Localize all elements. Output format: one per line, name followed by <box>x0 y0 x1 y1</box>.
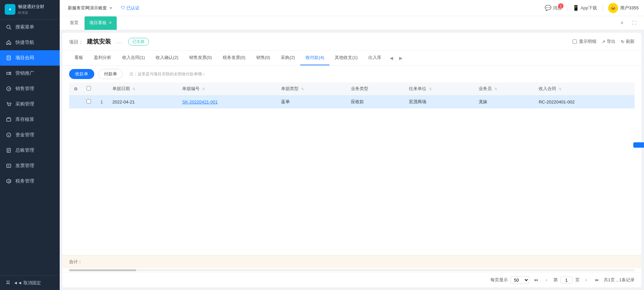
per-page-select[interactable]: 50 100 200 <box>511 276 529 284</box>
shield-icon: 🛡 <box>121 5 125 10</box>
app-download-button[interactable]: 📱 App下载 <box>573 5 597 11</box>
message-icon: 💬 <box>545 5 551 11</box>
sub-tab-next-arrow[interactable]: ▶ <box>396 53 406 63</box>
prev-page-button[interactable]: ‹ <box>543 276 551 284</box>
maximize-button[interactable]: ⛶ <box>629 18 639 28</box>
sub-tab-income-contract[interactable]: 收入合同(1) <box>117 51 150 65</box>
sidebar: 畅捷通好业财 标准版 搜索菜单 快捷导航 <box>0 0 60 290</box>
tab-close-icon[interactable]: ✕ <box>109 20 112 25</box>
sidebar-item-label: 营销推广 <box>15 70 34 76</box>
topbar-left: 新服务官网演示账套 ▼ 🛡 已认证 <box>65 4 545 12</box>
page-number-input[interactable] <box>560 277 573 284</box>
sidebar-item-label: 发票管理 <box>15 163 34 169</box>
sidebar-item-marketing[interactable]: 营销推广 <box>0 66 60 81</box>
sort-icon: ⇅ <box>132 87 135 91</box>
refresh-icon: ↻ <box>621 39 625 44</box>
account-selector[interactable]: 新服务官网演示账套 ▼ <box>65 4 115 12</box>
sidebar-item-quicknav[interactable]: 快捷导航 <box>0 35 60 50</box>
th-salesman[interactable]: 业务员 ⇅ <box>475 82 535 95</box>
tab-project-board[interactable]: 项目看板 ✕ <box>85 16 117 30</box>
app-logo <box>5 4 15 15</box>
sidebar-item-label: 税务管理 <box>15 178 34 184</box>
total-info: 共1页，1条记录 <box>604 277 635 283</box>
close-window-button[interactable]: ✕ <box>617 18 627 28</box>
show-detail-input[interactable] <box>573 40 577 44</box>
next-page-button[interactable]: › <box>582 276 590 284</box>
sub-tab-income-confirm[interactable]: 收入确认(2) <box>150 51 184 65</box>
sort-icon: ⇅ <box>301 87 304 91</box>
message-button[interactable]: 💬 消息 1 <box>545 5 561 11</box>
sidebar-item-finance[interactable]: ¥ 资金管理 <box>0 127 60 143</box>
sidebar-item-sales[interactable]: 销售管理 <box>0 81 60 96</box>
sub-tabs: 看板 盈利分析 收入合同(1) 收入确认(2) 销售发票(0) 税务发票(0) … <box>62 51 641 66</box>
sub-tab-prev-arrow[interactable]: ◀ <box>387 53 396 63</box>
sub-tab-other[interactable]: 其他收支(1) <box>329 51 363 65</box>
td-settings <box>69 95 83 108</box>
tab-home-label: 首页 <box>70 20 78 26</box>
sub-tab-receipt[interactable]: 收付款(4) <box>300 51 329 65</box>
td-number[interactable]: SK-20220421-001 <box>178 95 277 108</box>
sidebar-item-invoice[interactable]: 发票管理 <box>0 158 60 173</box>
th-settings[interactable]: ⚙ <box>69 82 83 95</box>
payment-btn[interactable]: 付款单 <box>98 69 123 79</box>
table-row[interactable]: 1 2022-04-21 SK-20220421-001 蓝单 应收款 宏茂商场… <box>69 95 635 108</box>
user-name: 用户3355 <box>620 5 639 11</box>
sidebar-footer-pin[interactable]: ◄◄ 取消固定 <box>0 275 60 290</box>
sidebar-item-label: 快捷导航 <box>15 40 34 46</box>
td-checkbox[interactable] <box>83 95 95 108</box>
pin-icon <box>5 280 11 286</box>
tab-home[interactable]: 首页 <box>65 16 83 30</box>
ledger-icon <box>5 147 12 154</box>
show-detail-checkbox[interactable]: 显示明细 <box>573 39 596 45</box>
export-button[interactable]: ↗ 导出 <box>602 39 615 45</box>
per-page-label: 每页显示 <box>490 277 508 283</box>
sidebar-item-inventory[interactable]: 库存核算 <box>0 112 60 127</box>
sidebar-item-ledger[interactable]: 总账管理 <box>0 143 60 158</box>
export-icon: ↗ <box>602 39 605 44</box>
page-suffix-label: 页 <box>575 277 580 283</box>
account-name: 新服务官网演示账套 <box>68 5 107 11</box>
th-checkbox <box>83 82 95 95</box>
th-type[interactable]: 单据类型 ⇅ <box>277 82 347 95</box>
project-header: 项目： 建筑安装 ... 已生效 显示明细 ↗ 导出 ↻ 刷新 <box>62 33 641 51</box>
sub-tab-inout[interactable]: 出入库 <box>363 51 387 65</box>
th-partner[interactable]: 往来单位 ⇅ <box>405 82 475 95</box>
sub-tab-sales-invoice[interactable]: 销售发票(0) <box>184 51 217 65</box>
th-number[interactable]: 单据编号 ⇅ <box>178 82 277 95</box>
refresh-button[interactable]: ↻ 刷新 <box>621 39 635 45</box>
main-area: 新服务官网演示账套 ▼ 🛡 已认证 💬 消息 1 📱 App下载 🐱 用 <box>60 0 644 290</box>
receipt-btn[interactable]: 收款单 <box>69 69 94 79</box>
sub-tab-purchase[interactable]: 采购(2) <box>275 51 300 65</box>
tab-bar-end: ✕ ⛶ <box>617 18 639 28</box>
sidebar-item-label: 采购管理 <box>15 101 34 107</box>
last-page-button[interactable]: ⏭ <box>593 276 601 284</box>
sub-tab-sales[interactable]: 销售(0) <box>251 51 276 65</box>
sub-tab-tax-invoice[interactable]: 税务发票(0) <box>217 51 251 65</box>
sidebar-item-label: 库存核算 <box>15 117 34 123</box>
sidebar-item-purchase[interactable]: 采购管理 <box>0 96 60 112</box>
divider <box>567 5 567 11</box>
project-prefix: 项目： <box>69 39 83 45</box>
horizontal-scrollbar[interactable] <box>62 268 641 272</box>
document-number-link[interactable]: SK-20220421-001 <box>182 99 218 104</box>
sidebar-item-search[interactable]: 搜索菜单 <box>0 19 60 35</box>
feedback-button[interactable]: 意见反馈 <box>633 142 644 148</box>
svg-point-1 <box>7 25 10 28</box>
more-button[interactable]: ... <box>116 39 123 45</box>
sidebar-item-contract[interactable]: 项目合同 <box>0 50 60 66</box>
unpin-label: 取消固定 <box>23 280 41 286</box>
row-checkbox[interactable] <box>87 99 91 103</box>
th-contract[interactable]: 收入合同 ⇅ <box>535 82 635 95</box>
select-all-checkbox[interactable] <box>87 86 91 90</box>
sidebar-item-tax[interactable]: 税 税务管理 <box>0 173 60 189</box>
user-info[interactable]: 🐱 用户3355 <box>608 3 639 13</box>
svg-rect-6 <box>7 72 9 74</box>
sub-tab-profit[interactable]: 盈利分析 <box>89 51 117 65</box>
first-page-button[interactable]: ⏮ <box>532 276 540 284</box>
th-date[interactable]: 单据日期 ⇅ <box>108 82 178 95</box>
sub-tab-kanban[interactable]: 看板 <box>69 51 89 65</box>
project-name: 建筑安装 <box>87 38 111 45</box>
certified-label: 已认证 <box>126 5 140 11</box>
scrollbar-track[interactable] <box>69 269 635 271</box>
scrollbar-thumb[interactable] <box>69 269 136 271</box>
